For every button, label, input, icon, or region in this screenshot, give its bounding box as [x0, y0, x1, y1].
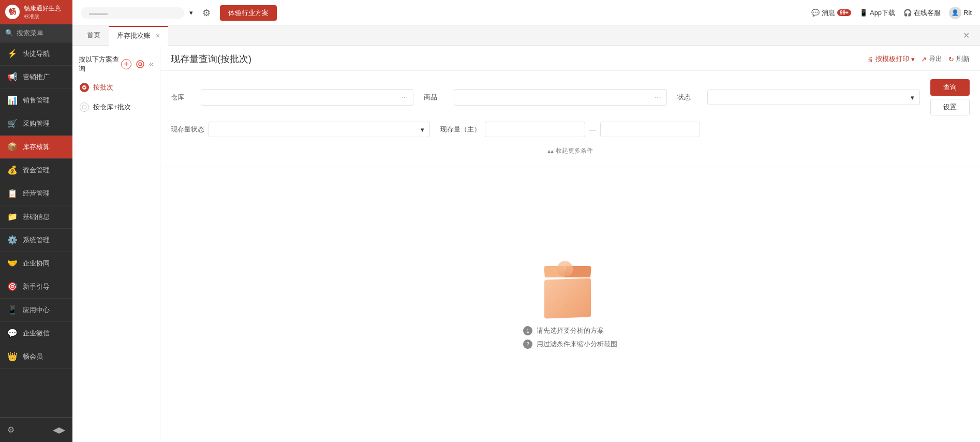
sidebar-item-app-center[interactable]: 📱 应用中心	[0, 299, 72, 322]
export-btn[interactable]: ↗ 导出	[921, 54, 942, 64]
stock-qty-min-input[interactable]	[485, 122, 585, 137]
sidebar-header: 畅 畅康通好生意 标准版	[0, 0, 72, 24]
operations-icon: 📋	[7, 188, 18, 199]
user-menu[interactable]: 👤 Rit	[949, 7, 972, 19]
app-title: 畅康通好生意 标准版	[24, 4, 61, 20]
top-search-bar: ▬▬▬	[81, 7, 184, 19]
query-settings-btn[interactable]: 设置	[930, 99, 970, 115]
sidebar-item-system[interactable]: ⚙️ 系统管理	[0, 229, 72, 252]
chevron-up-icon: ▴▴	[547, 148, 554, 155]
warehouse-input[interactable]: ···	[201, 89, 413, 106]
collapse-conditions-btn[interactable]: ▴▴ 收起更多条件	[171, 143, 970, 158]
avatar: 👤	[949, 7, 961, 19]
collapse-sidebar-btn[interactable]: ◀▶	[51, 423, 67, 437]
sidebar-item-enterprise[interactable]: 🤝 企业协同	[0, 252, 72, 275]
empty-state: 1 请先选择要分析的方案 2 用过滤条件来缩小分析范围	[160, 167, 980, 442]
sidebar-item-wechat[interactable]: 💬 企业微信	[0, 322, 72, 345]
sidebar-item-quick-nav[interactable]: ⚡ 快捷导航	[0, 42, 72, 66]
inventory-icon: 📦	[7, 142, 18, 152]
sidebar-item-vip[interactable]: 👑 畅会员	[0, 345, 72, 369]
stock-status-input[interactable]: ▾	[209, 122, 430, 137]
sidebar-item-purchase[interactable]: 🛒 采购管理	[0, 112, 72, 136]
filter-dot-active	[80, 83, 89, 92]
page-title: 现存量查询(按批次)	[171, 53, 251, 65]
query-form: 仓库 ··· 商品 ··· 状态	[160, 71, 980, 167]
enterprise-icon: 🤝	[7, 258, 18, 269]
tab-batch-account[interactable]: 库存批次账 ×	[109, 26, 168, 46]
tab-close-btn[interactable]: ×	[156, 32, 160, 39]
filter-panel: 按以下方案查询 + « 按批次	[72, 46, 160, 442]
query-button[interactable]: 查询	[930, 79, 970, 96]
status-input[interactable]: ▾	[707, 90, 920, 105]
finance-icon: 💰	[7, 165, 18, 175]
dots-icon-2: ···	[654, 93, 661, 102]
filter-settings-btn[interactable]	[136, 60, 145, 69]
chevron-down-icon-stock: ▾	[421, 126, 424, 134]
stock-status-field: 现存量状态 ▾	[171, 122, 430, 137]
chevron-down-icon: ▾	[189, 9, 193, 17]
tab-close-right-btn[interactable]: ✕	[959, 28, 974, 42]
app-logo: 畅	[5, 5, 20, 19]
marketing-icon: 📢	[7, 72, 18, 82]
sidebar-item-sales[interactable]: 📊 销售管理	[0, 89, 72, 112]
export-icon: ↗	[921, 55, 927, 63]
sales-icon: 📊	[7, 95, 18, 106]
top-bar: ▬▬▬ ▾ ⚙ 体验行业方案 💬 消息 99+ 📱 App下载 🎧 在线客服 👤	[72, 0, 980, 26]
sidebar-item-guide[interactable]: 🎯 新手引导	[0, 275, 72, 299]
chevron-down-icon-status: ▾	[911, 94, 914, 101]
basic-icon: 📁	[7, 212, 18, 222]
chevron-down-icon: ▾	[911, 55, 915, 63]
page-actions: 🖨 按模板打印 ▾ ↗ 导出 ↻ 刷新	[867, 54, 970, 64]
sidebar-menu: ⚡ 快捷导航 📢 营销推广 📊 销售管理 🛒 采购管理 📦 库存核算 💰 资金管…	[0, 42, 72, 417]
app-center-icon: 📱	[7, 305, 18, 315]
add-filter-btn[interactable]: +	[121, 59, 131, 69]
quick-nav-icon: ⚡	[7, 49, 18, 59]
settings-top-btn[interactable]: ⚙	[198, 5, 215, 21]
notification-btn[interactable]: 💬 消息 99+	[811, 8, 851, 18]
svg-point-1	[139, 63, 142, 66]
refresh-btn[interactable]: ↻ 刷新	[948, 54, 970, 64]
phone-icon: 📱	[859, 9, 868, 17]
filter-panel-header: 按以下方案查询 + «	[72, 51, 160, 78]
filter-item-by-warehouse-batch[interactable]: 按仓库+批次	[72, 97, 160, 117]
filter-item-by-batch[interactable]: 按批次	[72, 78, 160, 97]
customer-service-btn[interactable]: 🎧 在线客服	[903, 8, 941, 18]
sidebar: 畅 畅康通好生意 标准版 🔍 搜索菜单 ⚡ 快捷导航 📢 营销推广 📊 销售管理…	[0, 0, 72, 442]
purchase-icon: 🛒	[7, 119, 18, 129]
content-area: 按以下方案查询 + « 按批次	[72, 46, 980, 442]
product-input[interactable]: ···	[454, 89, 666, 106]
svg-point-0	[137, 61, 144, 68]
settings-bottom-btn[interactable]: ⚙	[5, 423, 17, 437]
box-figure	[557, 261, 573, 276]
sidebar-search[interactable]: 🔍 搜索菜单	[0, 24, 72, 42]
print-icon: 🖨	[867, 55, 873, 63]
query-btn-group: 查询 设置	[930, 79, 970, 115]
sidebar-item-operations[interactable]: 📋 经营管理	[0, 182, 72, 205]
experience-btn[interactable]: 体验行业方案	[220, 5, 277, 21]
tab-home[interactable]: 首页	[79, 26, 109, 45]
sidebar-bottom: ⚙ ◀▶	[0, 417, 72, 442]
right-panel: 现存量查询(按批次) 🖨 按模板打印 ▾ ↗ 导出 ↻ 刷新	[160, 46, 980, 442]
warehouse-field: 仓库 ···	[171, 89, 413, 106]
sidebar-item-basic[interactable]: 📁 基础信息	[0, 205, 72, 229]
message-icon: 💬	[811, 9, 820, 17]
headset-icon: 🎧	[903, 9, 912, 17]
svg-point-3	[82, 105, 86, 109]
box-body	[544, 278, 591, 318]
collapse-filter-btn[interactable]: «	[149, 60, 154, 68]
sidebar-item-marketing[interactable]: 📢 营销推广	[0, 66, 72, 89]
guide-icon: 🎯	[7, 282, 18, 292]
filter-panel-icons: + «	[121, 59, 154, 69]
sidebar-item-inventory[interactable]: 📦 库存核算	[0, 136, 72, 159]
search-icon: 🔍	[5, 29, 13, 37]
status-field: 状态 ▾	[677, 90, 920, 105]
print-btn[interactable]: 🖨 按模板打印 ▾	[867, 54, 915, 64]
refresh-icon: ↻	[948, 55, 954, 63]
sidebar-item-finance[interactable]: 💰 资金管理	[0, 159, 72, 182]
stock-qty-max-input[interactable]	[600, 122, 700, 137]
top-dropdown[interactable]: ▾	[189, 9, 193, 17]
top-bar-right: 💬 消息 99+ 📱 App下载 🎧 在线客服 👤 Rit	[811, 7, 972, 19]
app-download-btn[interactable]: 📱 App下载	[859, 8, 895, 18]
tab-bar: 首页 库存批次账 × ✕	[72, 26, 980, 46]
main-area: ▬▬▬ ▾ ⚙ 体验行业方案 💬 消息 99+ 📱 App下载 🎧 在线客服 👤	[72, 0, 980, 442]
